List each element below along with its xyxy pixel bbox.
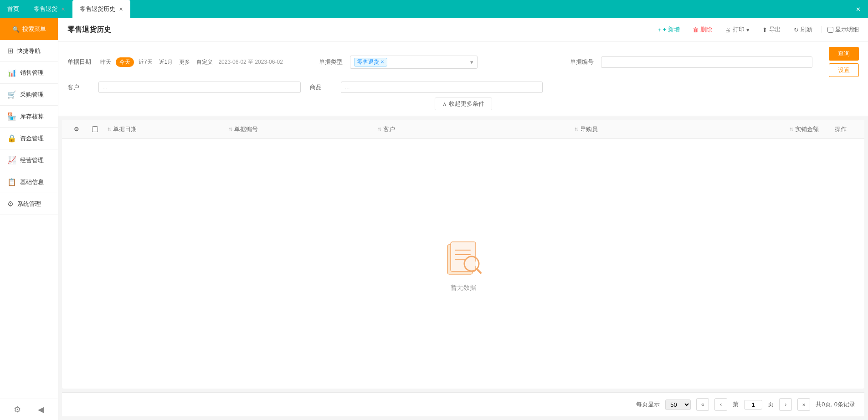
- order-no-input[interactable]: [601, 56, 812, 68]
- date-btn-more[interactable]: 更多: [177, 58, 192, 67]
- sidebar-item-system-mgmt[interactable]: ⚙ 系统管理: [0, 193, 58, 215]
- filter-row-2: 客户 ... 商品 ...: [67, 82, 859, 93]
- sidebar-search-label: 搜索菜单: [22, 25, 46, 33]
- date-shortcuts: 昨天 今天 近7天 近1月 更多 自定义: [98, 57, 215, 67]
- settings-icon[interactable]: ⚙: [14, 405, 21, 415]
- select-all-checkbox[interactable]: [92, 126, 98, 132]
- date-btn-yesterday[interactable]: 昨天: [98, 58, 113, 67]
- tab-home[interactable]: 首页: [0, 0, 26, 18]
- query-button[interactable]: 查询: [829, 47, 859, 61]
- sidebar-item-operations[interactable]: 📈 经营管理: [0, 149, 58, 171]
- operations-icon: 📈: [7, 156, 16, 164]
- delete-button[interactable]: 🗑 删除: [689, 24, 716, 36]
- collapse-row: ∧ 收起更多条件: [67, 97, 859, 110]
- th-settings[interactable]: ⚙: [67, 126, 86, 133]
- goods-input[interactable]: ...: [341, 82, 543, 93]
- prev-page-button[interactable]: ‹: [714, 398, 727, 411]
- export-button[interactable]: ⬆ 导出: [759, 24, 785, 36]
- search-icon: 🔍: [12, 26, 20, 33]
- refresh-button[interactable]: ↻ 刷新: [790, 24, 816, 36]
- th-guide: ⇅ 导购员: [571, 125, 720, 133]
- th-date-label: 单据日期: [113, 125, 137, 133]
- show-detail-input[interactable]: [827, 27, 833, 33]
- refresh-label: 刷新: [801, 26, 812, 34]
- next-page-button[interactable]: ›: [779, 398, 792, 411]
- filter-area: 单据日期 昨天 今天 近7天 近1月 更多 自定义 2023-06-02 至 2…: [58, 41, 868, 116]
- sidebar-item-sales-label: 销售管理: [20, 69, 44, 77]
- sidebar-item-operations-label: 经营管理: [20, 156, 44, 164]
- close-tab-retail-return[interactable]: ✕: [61, 6, 65, 12]
- tab-retail-return[interactable]: 零售退货 ✕: [26, 0, 72, 18]
- sidebar-item-purchase-mgmt[interactable]: 🛒 采购管理: [0, 84, 58, 106]
- collapse-sidebar-icon[interactable]: ◀: [38, 405, 44, 415]
- delete-label: 删除: [700, 26, 712, 34]
- close-tab-history[interactable]: ✕: [119, 6, 123, 12]
- sort-guide-icon[interactable]: ⇅: [575, 127, 578, 132]
- finance-icon: 🔒: [7, 134, 16, 143]
- table-area: ⚙ ⇅ 单据日期 ⇅ 单据编号 ⇅ 客户 ⇅: [62, 120, 864, 389]
- sidebar-item-quick-nav[interactable]: ⊞ 快捷导航: [0, 40, 58, 62]
- sidebar-search[interactable]: 🔍 搜索菜单: [0, 18, 58, 40]
- sidebar: 🔍 搜索菜单 ⊞ 快捷导航 📊 销售管理 🛒 采购管理 🏪 库存核算 🔒 资金管…: [0, 18, 58, 420]
- page-number-input[interactable]: 1: [744, 400, 762, 410]
- sort-date-icon[interactable]: ⇅: [108, 127, 111, 132]
- th-guide-label: 导购员: [580, 125, 598, 133]
- empty-state: 暂无数据: [62, 139, 864, 389]
- page-title: 零售退货历史: [67, 25, 111, 35]
- date-btn-custom[interactable]: 自定义: [195, 58, 215, 67]
- collapse-button[interactable]: ∧ 收起更多条件: [435, 97, 492, 110]
- main-layout: 🔍 搜索菜单 ⊞ 快捷导航 📊 销售管理 🛒 采购管理 🏪 库存核算 🔒 资金管…: [0, 18, 868, 420]
- next-page-icon: ›: [785, 401, 786, 408]
- type-filter: 单据类型 零售退货 × ▾: [319, 56, 561, 69]
- per-page-label: 每页显示: [636, 400, 660, 409]
- quick-nav-icon: ⊞: [7, 46, 13, 55]
- sidebar-item-sales-mgmt[interactable]: 📊 销售管理: [0, 62, 58, 84]
- customer-input[interactable]: ...: [98, 82, 301, 93]
- page-suffix: 页: [768, 400, 774, 409]
- th-order-no: ⇅ 单据编号: [225, 125, 375, 133]
- empty-icon: [441, 236, 486, 277]
- sidebar-item-inventory[interactable]: 🏪 库存核算: [0, 106, 58, 128]
- show-detail-checkbox[interactable]: 显示明细: [827, 26, 859, 34]
- date-btn-today[interactable]: 今天: [116, 57, 134, 67]
- sort-customer-icon[interactable]: ⇅: [378, 127, 381, 132]
- type-select[interactable]: 零售退货 × ▾: [350, 56, 478, 69]
- sidebar-item-finance[interactable]: 🔒 资金管理: [0, 128, 58, 149]
- goods-filter: 商品 ...: [310, 82, 543, 93]
- date-btn-7days[interactable]: 近7天: [137, 58, 154, 67]
- customer-label: 客户: [67, 83, 95, 92]
- inventory-icon: 🏪: [7, 112, 16, 121]
- page-header: 零售退货历史 + + 新增 🗑 删除 🖨 打印 ▾ ⬆ 导出: [58, 18, 868, 41]
- total-info: 共0页, 0条记录: [816, 400, 855, 409]
- first-page-button[interactable]: «: [696, 398, 709, 411]
- th-amount-label: 实销金额: [795, 125, 819, 133]
- settings-button[interactable]: 设置: [829, 63, 859, 77]
- type-tag-close-icon[interactable]: ×: [381, 59, 384, 65]
- type-tag: 零售退货 ×: [354, 58, 387, 67]
- print-label: 打印: [733, 26, 745, 34]
- last-page-button[interactable]: »: [797, 398, 810, 411]
- svg-line-7: [477, 269, 481, 273]
- print-button[interactable]: 🖨 打印 ▾: [721, 24, 753, 36]
- per-page-select[interactable]: 50 10 20 100: [665, 400, 691, 410]
- close-window[interactable]: ✕: [856, 6, 868, 13]
- svg-point-6: [467, 259, 476, 268]
- empty-text: 暂无数据: [451, 284, 476, 292]
- th-action-label: 操作: [835, 125, 847, 133]
- basic-info-icon: 📋: [7, 178, 16, 186]
- th-checkbox[interactable]: [86, 126, 104, 132]
- sidebar-item-basic-label: 基础信息: [20, 178, 44, 186]
- sidebar-item-quick-nav-label: 快捷导航: [17, 47, 41, 55]
- filter-row-1: 单据日期 昨天 今天 近7天 近1月 更多 自定义 2023-06-02 至 2…: [67, 47, 859, 77]
- tab-retail-return-history[interactable]: 零售退货历史 ✕: [72, 0, 130, 18]
- th-action: 操作: [822, 125, 859, 133]
- sidebar-item-system-label: 系统管理: [17, 200, 41, 208]
- sort-amount-icon[interactable]: ⇅: [790, 127, 793, 132]
- sort-order-icon[interactable]: ⇅: [229, 127, 232, 132]
- new-button[interactable]: + + 新增: [654, 24, 683, 36]
- th-customer-label: 客户: [383, 125, 395, 133]
- th-amount: ⇅ 实销金额: [720, 125, 822, 133]
- sidebar-item-basic-info[interactable]: 📋 基础信息: [0, 171, 58, 193]
- date-btn-1month[interactable]: 近1月: [157, 58, 175, 67]
- table-settings-icon[interactable]: ⚙: [74, 126, 79, 133]
